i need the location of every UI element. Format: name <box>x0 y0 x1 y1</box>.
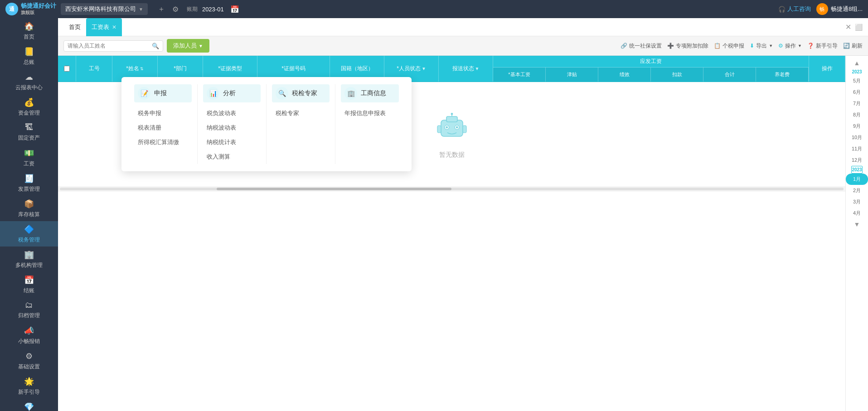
tax-filing-icon: 📋 <box>714 43 721 49</box>
sidebar-item-close[interactable]: 📅 结账 <box>0 272 58 297</box>
assets-icon: 🏗 <box>25 123 33 132</box>
sidebar-item-ledger[interactable]: 📒 总账 <box>0 44 58 69</box>
tab-salary[interactable]: 工资表 ✕ <box>86 18 122 36</box>
timeline-prev-btn[interactable]: ▲ <box>852 58 862 68</box>
sidebar-item-inventory[interactable]: 📦 库存核算 <box>0 196 58 221</box>
ops-btn[interactable]: ⚙ 操作 ▼ <box>778 42 802 50</box>
settings-icon[interactable]: ⚙ <box>170 4 180 15</box>
special-deduction-btn[interactable]: ➕ 专项附加扣除 <box>667 42 708 50</box>
ops-label: 操作 <box>785 42 796 50</box>
sidebar-item-invoice[interactable]: 🧾 发票管理 <box>0 170 58 196</box>
social-label: 统一社保设置 <box>629 42 662 50</box>
tab-salary-label: 工资表 <box>92 23 109 31</box>
company-selector[interactable]: 西安虾米网络科技有限公司 ▼ <box>61 3 148 15</box>
timeline-month-10[interactable]: 10月 <box>846 132 868 143</box>
menu-tax-filing[interactable]: 税务申报 <box>134 106 192 121</box>
business-icon: 🏢 <box>344 87 357 100</box>
tax-filing-label: 个税申报 <box>723 42 744 50</box>
sidebar-item-salary[interactable]: 💵 工资 <box>0 145 58 170</box>
timeline-month-12[interactable]: 12月 <box>846 155 868 166</box>
sidebar-item-archive[interactable]: 🗂 归档管理 <box>0 297 58 323</box>
special-label: 专项附加扣除 <box>676 42 708 50</box>
timeline-month-11[interactable]: 11月 <box>846 143 868 155</box>
sidebar-item-assets[interactable]: 🏗 固定资产 <box>0 120 58 145</box>
refresh-label: 刷新 <box>852 42 863 50</box>
timeline-month-3[interactable]: 3月 <box>846 196 868 208</box>
menu-income-estimate[interactable]: 收入测算 <box>203 150 261 164</box>
svg-rect-1 <box>446 116 457 122</box>
service-label: 人工咨询 <box>787 5 811 13</box>
analysis-label: 分析 <box>223 89 236 97</box>
declaration-icon: 📝 <box>138 87 150 100</box>
sidebar-item-guide[interactable]: 🌟 新手引导 <box>0 373 58 399</box>
timeline-month-8[interactable]: 8月 <box>846 109 868 121</box>
th-salary-sub: *基本工资 津贴 绩效 扣款 合计 养老费 <box>493 68 809 82</box>
menu-tax-expert[interactable]: 税检专家 <box>272 106 330 121</box>
sidebar-label-invoice: 发票管理 <box>18 185 40 193</box>
status-filter-icon[interactable]: ▼ <box>422 66 426 71</box>
sidebar-label-multi: 多机构管理 <box>15 261 43 269</box>
sidebar-label-guide: 新手引导 <box>18 388 40 396</box>
menu-tax-stats[interactable]: 纳税统计表 <box>203 135 261 150</box>
menu-tax-burden[interactable]: 税负波动表 <box>203 106 261 121</box>
dropdown-grid: 📝 申报 税务申报 税表清册 所得税汇算清缴 📊 分析 税负波动表 纳税波动表 … <box>129 84 404 164</box>
search-input[interactable] <box>68 43 149 49</box>
timeline-month-4[interactable]: 4月 <box>846 208 868 219</box>
calendar-icon[interactable]: 📅 <box>228 4 241 15</box>
guide-btn[interactable]: ❓ 新手引导 <box>807 42 838 50</box>
member-icon: 💎 <box>24 402 34 411</box>
menu-tax-table[interactable]: 税表清册 <box>134 121 192 135</box>
menu-tax-wave[interactable]: 纳税波动表 <box>203 121 261 135</box>
th-base-salary: *基本工资 <box>493 68 546 82</box>
sidebar-label-settings: 基础设置 <box>18 363 40 371</box>
th-checkbox[interactable] <box>58 56 76 82</box>
tax-filing-btn[interactable]: 📋 个税申报 <box>714 42 744 50</box>
th-performance: 绩效 <box>598 68 651 82</box>
sidebar-item-marketing[interactable]: 📣 小畅报销 <box>0 323 58 348</box>
business-header: 🏢 工商信息 <box>341 84 399 102</box>
analysis-header: 📊 分析 <box>203 84 261 102</box>
social-insurance-btn[interactable]: 🔗 统一社保设置 <box>621 42 662 50</box>
timeline-month-7[interactable]: 7月 <box>846 98 868 109</box>
headset-icon: 🎧 <box>778 6 786 13</box>
timeline-next-btn[interactable]: ▼ <box>852 219 862 230</box>
add-person-button[interactable]: 添加人员 ▼ <box>167 39 209 53</box>
search-wrapper: 🔍 <box>63 40 163 52</box>
sidebar-item-tax[interactable]: 🔷 税务管理 <box>0 221 58 247</box>
report-filter-icon[interactable]: ▼ <box>475 66 480 71</box>
select-all-checkbox[interactable] <box>64 66 70 72</box>
user-name: 畅捷通8组... <box>831 5 863 13</box>
svg-point-6 <box>446 126 448 129</box>
sidebar-item-member[interactable]: 💎 畅会员 <box>0 399 58 411</box>
sidebar-label-close: 结账 <box>24 287 34 295</box>
service-button[interactable]: 🎧 人工咨询 <box>778 5 811 13</box>
sidebar-item-fund[interactable]: 💰 资金管理 <box>0 94 58 120</box>
timeline-month-2[interactable]: 2月 <box>846 185 868 196</box>
scroll-thumb <box>217 188 452 190</box>
sidebar-label-home: 首页 <box>24 33 34 41</box>
sidebar-label-salary: 工资 <box>24 160 34 168</box>
refresh-btn[interactable]: 🔄 刷新 <box>843 42 863 50</box>
th-report[interactable]: 报送状态 ▼ <box>439 56 493 82</box>
sidebar-item-cloud[interactable]: ☁ 云报表中心 <box>0 69 58 94</box>
timeline-month-6[interactable]: 6月 <box>846 87 868 98</box>
tab-close-salary[interactable]: ✕ <box>112 24 116 30</box>
window-maximize-icon[interactable]: ⬜ <box>855 24 863 31</box>
toolbar: 🔍 添加人员 ▼ 🔗 统一社保设置 ➕ 专项附加扣除 📋 个税申报 <box>58 36 868 56</box>
window-close-icon[interactable]: ✕ <box>845 23 851 31</box>
sidebar-item-home[interactable]: 🏠 首页 <box>0 18 58 44</box>
menu-annual-report[interactable]: 年报信息申报表 <box>341 106 399 121</box>
add-person-dropdown-arrow: ▼ <box>199 44 203 48</box>
menu-income-tax[interactable]: 所得税汇算清缴 <box>134 135 192 150</box>
timeline-month-9[interactable]: 9月 <box>846 121 868 132</box>
timeline-month-5[interactable]: 5月 <box>846 75 868 87</box>
timeline-month-1[interactable]: 1月 <box>846 174 868 185</box>
tab-home[interactable]: 首页 <box>63 18 86 36</box>
sidebar-item-settings[interactable]: ⚙ 基础设置 <box>0 348 58 373</box>
sidebar-item-multi[interactable]: 🏢 多机构管理 <box>0 247 58 272</box>
bottom-scrollbar[interactable] <box>58 186 845 192</box>
add-icon[interactable]: ＋ <box>156 4 167 15</box>
toolbar-right: 🔗 统一社保设置 ➕ 专项附加扣除 📋 个税申报 ⬇ 导出 ▼ ⚙ <box>621 42 863 50</box>
export-btn[interactable]: ⬇ 导出 ▼ <box>750 42 773 50</box>
user-area[interactable]: 畅 畅捷通8组... <box>816 3 863 15</box>
